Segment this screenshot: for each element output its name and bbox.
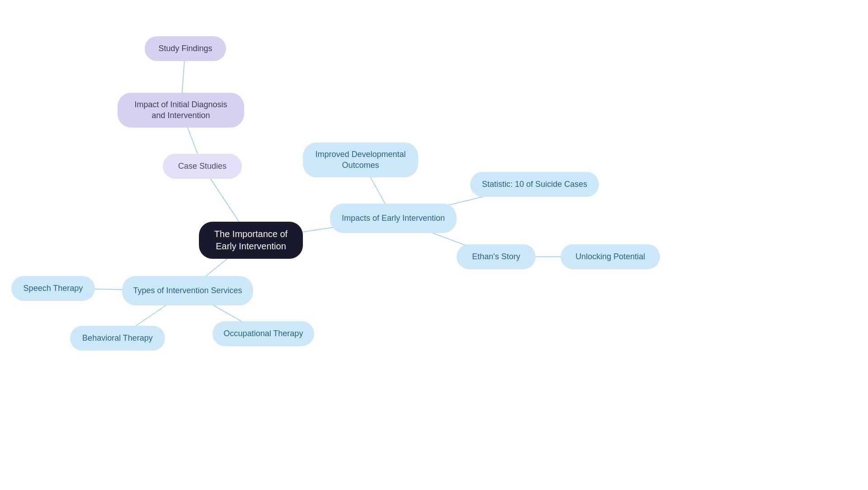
- node-unlocking_potential[interactable]: Unlocking Potential: [561, 244, 660, 269]
- node-case_studies[interactable]: Case Studies: [163, 154, 242, 179]
- node-improved_outcomes[interactable]: Improved Developmental Outcomes: [303, 143, 418, 177]
- mindmap-container: The Importance of Early InterventionStud…: [0, 0, 868, 490]
- node-statistic[interactable]: Statistic: 10 of Suicide Cases: [470, 172, 599, 197]
- node-behavioral_therapy[interactable]: Behavioral Therapy: [70, 326, 165, 351]
- node-ethans_story[interactable]: Ethan's Story: [457, 244, 536, 269]
- node-types_intervention[interactable]: Types of Intervention Services: [122, 276, 253, 305]
- node-impacts_early[interactable]: Impacts of Early Intervention: [330, 204, 457, 233]
- node-impact_diagnosis[interactable]: Impact of Initial Diagnosis and Interven…: [118, 93, 244, 128]
- node-center[interactable]: The Importance of Early Intervention: [199, 222, 303, 259]
- node-occupational_therapy[interactable]: Occupational Therapy: [212, 321, 314, 346]
- node-study_findings[interactable]: Study Findings: [145, 36, 226, 61]
- node-speech_therapy[interactable]: Speech Therapy: [11, 276, 95, 301]
- connections-svg: [0, 0, 868, 490]
